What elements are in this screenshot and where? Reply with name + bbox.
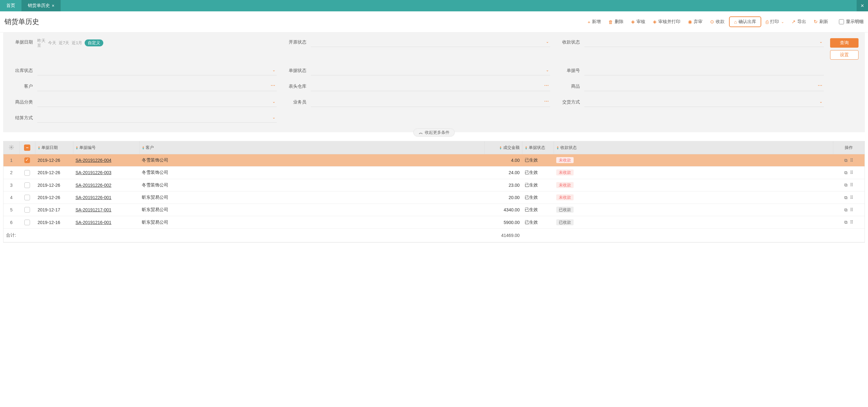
more-icon[interactable]: ⠿ [850,170,853,175]
chip-1month[interactable]: 近1月 [72,40,82,45]
ellipsis-icon[interactable]: ··· [544,83,549,88]
detail-icon[interactable]: ⧉ [844,219,847,225]
column-settings-header[interactable] [3,141,19,154]
close-all-icon[interactable]: × [857,0,868,11]
ellipsis-icon[interactable]: ··· [544,99,549,104]
docno-link[interactable]: SA-20191217-001 [75,207,112,212]
filter-product: 商品 ··· [557,82,824,91]
more-icon[interactable]: ⠿ [850,158,853,163]
audit-button[interactable]: ◈审核 [628,17,649,27]
row-checkbox[interactable] [24,219,30,225]
header-paystatus[interactable]: ▲▼收款状态 [554,141,833,154]
filter-out-status: 出库状态 ⌄ [9,67,277,75]
docno-link[interactable]: SA-20191216-001 [75,220,112,225]
header-status[interactable]: ▲▼单据状态 [522,141,554,154]
doc-status-select[interactable]: ⌄ [311,67,550,75]
trash-icon: 🗑 [608,19,613,25]
row-number: 4 [3,191,19,203]
filter-doc-date: 单据日期 昨天至 今天 近7天 近1月 自定义 [9,38,277,48]
header-customer[interactable]: ▲▼客户 [139,141,484,154]
product-input[interactable]: ··· [584,82,824,91]
table-row[interactable]: 62019-12-16SA-20191216-001昕东贸易公司5900.00已… [3,216,865,229]
table-row[interactable]: 32019-12-26SA-20191226-002冬雪装饰公司23.00已生效… [3,179,865,191]
out-status-select[interactable]: ⌄ [37,67,277,75]
table-row[interactable]: 52019-12-17SA-20191217-001昕东贸易公司4340.00已… [3,204,865,216]
ellipsis-icon[interactable]: ··· [818,83,823,88]
detail-icon[interactable]: ⧉ [844,195,847,200]
header-docno[interactable]: ▲▼单据编号 [73,141,139,154]
cell-status: 已生效 [522,167,554,179]
tab-sales-history[interactable]: 销货单历史 × [22,0,61,11]
refresh-button[interactable]: ↻刷新 [810,17,831,27]
chip-custom[interactable]: 自定义 [85,39,103,46]
cell-status: 已生效 [522,191,554,203]
chip-today[interactable]: 今天 [48,40,56,45]
cell-customer: 昕东贸易公司 [139,204,484,216]
tab-bar: 首页 销货单历史 × × [0,0,868,11]
payment-badge: 已收款 [556,219,574,225]
table-row[interactable]: 22019-12-26SA-20191226-003冬雪装饰公司24.00已生效… [3,167,865,179]
chevron-down-icon: ⌄ [819,39,823,44]
docno-link[interactable]: SA-20191226-003 [75,170,112,175]
warehouse-input[interactable]: ··· [311,82,550,91]
more-icon[interactable]: ⠿ [850,182,853,188]
table-row[interactable]: 42019-12-26SA-20191226-001昕东贸易公司20.00已生效… [3,191,865,203]
page-title: 销货单历史 [4,17,39,27]
settlement-select[interactable]: ⌄ [37,114,277,123]
invoice-status-select[interactable]: ⌄ [311,38,550,47]
add-button[interactable]: +新增 [584,17,604,27]
row-checkbox[interactable] [24,182,30,188]
row-checkbox[interactable] [24,195,30,200]
table-row[interactable]: 12019-12-26SA-20191226-004冬雪装饰公司4.00已生效未… [3,154,865,167]
detail-icon[interactable]: ⧉ [844,207,847,213]
payment-badge: 未收款 [556,169,574,175]
audit-print-button[interactable]: ◈审核并打印 [650,17,684,27]
row-checkbox[interactable] [24,170,30,176]
salesperson-input[interactable]: ··· [311,98,550,107]
receive-status-select[interactable]: ⌄ [584,38,824,47]
docno-link[interactable]: SA-20191226-002 [75,183,112,188]
filter-panel: 单据日期 昨天至 今天 近7天 近1月 自定义 开票状态 ⌄ 收款状态 ⌄ 查询… [3,33,865,132]
ellipsis-icon[interactable]: ··· [271,83,275,88]
close-icon[interactable]: × [52,3,54,8]
doc-no-input[interactable] [584,67,824,75]
filter-warehouse: 表头仓库 ··· [283,82,550,91]
toolbar: +新增 🗑删除 ◈审核 ◈审核并打印 ◉弃审 ⊙收款 ⌂确认出库 ⎙打印⌄ ↗导… [584,16,864,27]
detail-icon[interactable]: ⧉ [844,158,847,163]
select-all-header[interactable]: − [19,141,35,154]
export-button[interactable]: ↗导出 [788,17,809,27]
discard-button[interactable]: ◉弃审 [685,17,706,27]
tab-home[interactable]: 首页 [0,0,22,11]
category-select[interactable]: ⌄ [37,98,277,107]
query-button[interactable]: 查询 [830,38,859,48]
detail-icon[interactable]: ⧉ [844,170,847,175]
chip-yesterday[interactable]: 昨天至 [37,38,45,48]
delivery-select[interactable]: ⌄ [584,98,824,107]
more-icon[interactable]: ⠿ [850,207,853,212]
cell-status: 已生效 [522,204,554,216]
header-amount[interactable]: ▲▼成交金额 [484,141,522,154]
row-checkbox[interactable] [24,207,30,213]
customer-input[interactable]: ··· [37,82,277,91]
more-icon[interactable]: ⠿ [850,219,853,225]
receive-button[interactable]: ⊙收款 [707,17,728,27]
collapse-button[interactable]: ︽ 收起更多条件 [413,128,455,137]
row-checkbox[interactable] [24,158,30,163]
cell-amount: 4340.00 [484,204,522,216]
cell-customer: 昕东贸易公司 [139,191,484,203]
gear-icon [9,145,14,150]
docno-link[interactable]: SA-20191226-001 [75,195,112,200]
print-button[interactable]: ⎙打印⌄ [763,17,787,27]
confirm-out-button[interactable]: ⌂确认出库 [729,16,761,27]
refresh-icon: ↻ [814,19,818,25]
show-detail-checkbox[interactable] [839,19,844,24]
chip-7days[interactable]: 近7天 [59,40,69,45]
docno-link[interactable]: SA-20191226-004 [75,158,112,163]
delete-button[interactable]: 🗑删除 [605,17,627,27]
show-detail-toggle[interactable]: 显示明细 [839,19,864,25]
detail-icon[interactable]: ⧉ [844,182,847,188]
header-date[interactable]: ▲▼单据日期 [35,141,73,154]
more-icon[interactable]: ⠿ [850,195,853,200]
show-detail-label: 显示明细 [846,19,864,25]
settings-button[interactable]: 设置 [830,50,859,60]
